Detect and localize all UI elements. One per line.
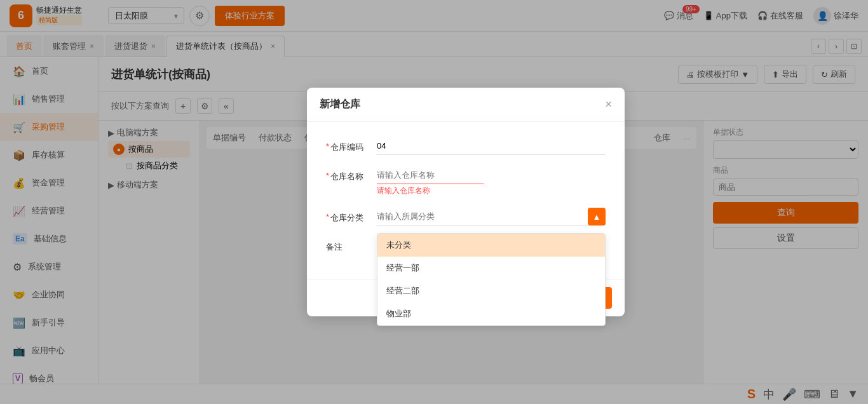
required-mark-code: *: [326, 142, 329, 151]
required-mark-cat: *: [326, 212, 329, 222]
new-warehouse-modal: 新增仓库 × * 仓库编码 * 仓库名称 请输入仓库名称: [307, 88, 625, 316]
dropdown-item-dept2[interactable]: 经营二部: [377, 279, 605, 302]
modal-close-btn[interactable]: ×: [605, 98, 612, 111]
required-mark-name: *: [326, 171, 329, 180]
category-input[interactable]: [377, 208, 606, 226]
warehouse-name-error: 请输入仓库名称: [377, 185, 430, 196]
dropdown-item-dept1[interactable]: 经营一部: [377, 257, 605, 279]
modal-body: * 仓库编码 * 仓库名称 请输入仓库名称 * 仓库分类: [307, 122, 625, 279]
warehouse-code-input[interactable]: [377, 137, 606, 155]
warehouse-notes-label: 备注: [326, 237, 377, 253]
warehouse-category-row: * 仓库分类 ▲ 未分类 经营一部 经营二部 物业部: [326, 208, 606, 226]
dropdown-item-dept3[interactable]: 物业部: [377, 302, 605, 325]
warehouse-name-label: * 仓库名称: [326, 166, 377, 182]
warehouse-code-row: * 仓库编码: [326, 137, 606, 155]
warehouse-code-label: * 仓库编码: [326, 137, 377, 153]
warehouse-name-input[interactable]: [377, 166, 484, 184]
warehouse-name-row: * 仓库名称 请输入仓库名称: [326, 166, 606, 196]
warehouse-category-label: * 仓库分类: [326, 208, 377, 224]
modal-header: 新增仓库 ×: [307, 88, 625, 122]
dropdown-item-unclassified[interactable]: 未分类: [377, 234, 605, 257]
category-toggle-btn[interactable]: ▲: [588, 208, 606, 226]
category-dropdown: 未分类 经营一部 经营二部 物业部: [377, 233, 606, 326]
modal-title: 新增仓库: [320, 98, 360, 111]
category-wrapper: ▲: [377, 208, 606, 226]
